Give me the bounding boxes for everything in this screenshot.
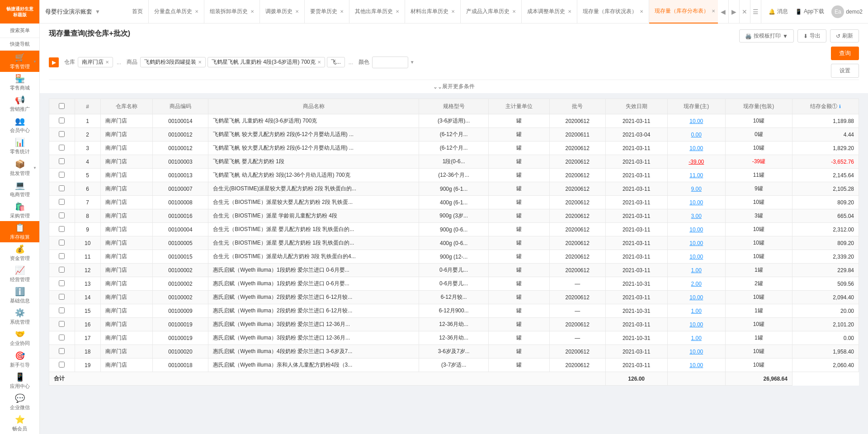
close-icon[interactable]: ✕: [105, 60, 109, 65]
sidebar-item-finance[interactable]: 💰 资金管理: [0, 242, 39, 264]
tab-requisition[interactable]: 要货单历史 ✕: [305, 0, 349, 24]
product-tag-2[interactable]: 飞鹤星飞帆 儿童奶粉 4段(3-6岁适用) 700克 ✕: [208, 57, 325, 67]
refresh-btn[interactable]: ↺ 刷新: [830, 29, 859, 42]
cell-qty-main[interactable]: 3.00: [667, 209, 725, 223]
export-btn[interactable]: ⬇ 导出: [797, 29, 826, 42]
cell-checkbox[interactable]: [49, 277, 75, 291]
row-checkbox[interactable]: [59, 199, 65, 205]
cell-qty-main[interactable]: 10.00: [667, 236, 725, 250]
cell-qty-main[interactable]: 10.00: [667, 196, 725, 209]
color-input[interactable]: [372, 57, 408, 68]
print-dropdown-arrow[interactable]: ▼: [783, 33, 788, 39]
row-checkbox[interactable]: [59, 294, 65, 300]
row-checkbox[interactable]: [59, 267, 65, 273]
row-checkbox[interactable]: [59, 335, 65, 340]
close-icon[interactable]: ✕: [451, 9, 455, 14]
cell-qty-main[interactable]: 10.00: [667, 114, 725, 128]
dropdown-arrow[interactable]: ▼: [410, 60, 415, 65]
sidebar-item-ecommerce[interactable]: 💻 电商管理: [0, 179, 39, 200]
close-icon[interactable]: ✕: [512, 9, 516, 14]
cell-qty-main[interactable]: 10.00: [667, 142, 725, 155]
app-download-btn[interactable]: 📱 App下载: [795, 8, 824, 15]
row-checkbox[interactable]: [59, 253, 65, 259]
expand-more-btn[interactable]: ⌄⌄ 展开更多条件: [49, 80, 859, 93]
message-btn[interactable]: 🔔 消息: [769, 8, 788, 15]
cell-qty-main[interactable]: 1.00: [667, 304, 725, 318]
tab-split[interactable]: 分量盘点单历史 ✕: [149, 0, 204, 24]
setting-button[interactable]: 设置: [831, 64, 859, 78]
cell-qty-main[interactable]: 10.00: [667, 318, 725, 331]
row-checkbox[interactable]: [59, 185, 65, 191]
cell-checkbox[interactable]: [49, 128, 75, 142]
warehouse-tag[interactable]: 南岸门店 ✕: [78, 57, 113, 67]
user-menu-btn[interactable]: Ea demo2: [831, 5, 863, 18]
tab-material-out[interactable]: 材料出库单历史 ✕: [405, 0, 461, 24]
tab-allocation[interactable]: 调拨单历史 ✕: [260, 0, 305, 24]
close-icon[interactable]: ✕: [250, 9, 254, 14]
tab-menu-btn[interactable]: ☰: [750, 0, 761, 24]
cell-checkbox[interactable]: [49, 264, 75, 277]
sidebar-item-system[interactable]: ⚙️ 系统管理: [0, 306, 39, 327]
cell-checkbox[interactable]: [49, 209, 75, 223]
cell-checkbox[interactable]: [49, 114, 75, 128]
sidebar-item-purchase[interactable]: 🛍️ 采购管理: [0, 200, 39, 221]
sidebar-item-stats[interactable]: 📊 零售统计: [0, 136, 39, 157]
cell-qty-main[interactable]: 10.00: [667, 359, 725, 372]
product-tag-more[interactable]: 飞...: [327, 57, 345, 67]
close-icon[interactable]: ✕: [712, 9, 715, 14]
sidebar-item-basic[interactable]: ℹ️ 基础信息: [0, 285, 39, 306]
title-dropdown-arrow[interactable]: ▼: [95, 9, 100, 15]
sidebar-item-member[interactable]: 👥 会员中心: [0, 114, 39, 136]
cell-checkbox[interactable]: [49, 155, 75, 169]
cell-checkbox[interactable]: [49, 331, 75, 345]
cell-qty-main[interactable]: 2.00: [667, 277, 725, 291]
row-checkbox[interactable]: [59, 307, 65, 313]
cell-qty-main[interactable]: -39.00: [667, 155, 725, 169]
tab-product-in[interactable]: 产成品入库单历史 ✕: [461, 0, 522, 24]
row-checkbox[interactable]: [59, 362, 65, 368]
cell-checkbox[interactable]: [49, 142, 75, 155]
sidebar-item-retail-mgmt[interactable]: 🛒 零售管理 ▼: [0, 51, 39, 72]
tab-stock-dist[interactable]: 现存量（库存分布表） ✕: [649, 0, 718, 24]
tab-cost-adjust[interactable]: 成本调整单历史 ✕: [522, 0, 577, 24]
row-checkbox[interactable]: [59, 212, 65, 218]
sidebar-item-newguide[interactable]: 🎯 新手引导: [0, 349, 39, 370]
select-all-checkbox[interactable]: [59, 103, 65, 109]
tab-stock-status[interactable]: 现存量（库存状况表） ✕: [577, 0, 649, 24]
row-checkbox[interactable]: [59, 240, 65, 245]
close-icon[interactable]: ✕: [295, 9, 299, 14]
row-checkbox[interactable]: [59, 226, 65, 232]
sidebar-item-vip[interactable]: ⭐ 畅会员: [0, 413, 39, 434]
cell-checkbox[interactable]: [49, 291, 75, 304]
cell-qty-main[interactable]: 10.00: [667, 291, 725, 304]
sidebar-item-inventory[interactable]: 📋 库存核算: [0, 221, 39, 242]
tab-next-btn[interactable]: ▶: [729, 0, 740, 24]
tab-other-out[interactable]: 其他出库单历史 ✕: [349, 0, 405, 24]
expand-filter-btn[interactable]: ▶: [49, 57, 59, 67]
cell-checkbox[interactable]: [49, 250, 75, 264]
query-button[interactable]: 查询: [831, 47, 859, 60]
cell-checkbox[interactable]: [49, 236, 75, 250]
row-checkbox[interactable]: [59, 118, 65, 123]
close-icon[interactable]: ✕: [568, 9, 571, 14]
sidebar-item-corpwechat[interactable]: 💬 企业微信: [0, 392, 39, 413]
cell-checkbox[interactable]: [49, 223, 75, 236]
cell-checkbox[interactable]: [49, 196, 75, 209]
close-icon[interactable]: ✕: [396, 9, 399, 14]
cell-checkbox[interactable]: [49, 304, 75, 318]
close-icon[interactable]: ✕: [198, 60, 202, 65]
tab-disassembly[interactable]: 组装拆卸单历史 ✕: [204, 0, 260, 24]
cell-qty-main[interactable]: 0.00: [667, 128, 725, 142]
sidebar-item-operations[interactable]: 📈 经营管理: [0, 264, 39, 285]
row-checkbox[interactable]: [59, 131, 65, 137]
warehouse-more[interactable]: ...: [117, 59, 121, 66]
row-checkbox[interactable]: [59, 158, 65, 164]
tab-home[interactable]: 首页: [127, 0, 149, 24]
nav-title[interactable]: 母婴行业演示账套 ▼: [45, 8, 127, 16]
row-checkbox[interactable]: [59, 172, 65, 178]
tab-close-btn[interactable]: ✕: [740, 0, 750, 24]
cell-qty-main[interactable]: 10.00: [667, 250, 725, 264]
close-icon[interactable]: ✕: [317, 60, 321, 65]
close-icon[interactable]: ✕: [195, 9, 198, 14]
cell-checkbox[interactable]: [49, 359, 75, 372]
